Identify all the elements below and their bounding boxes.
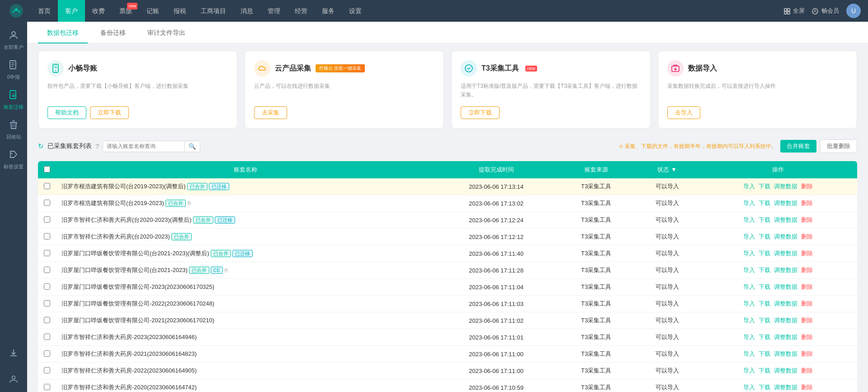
row-checkbox[interactable] [44,267,50,273]
user-avatar[interactable]: U [846,4,861,18]
nav-home[interactable]: 首页 [31,0,58,22]
action-删除[interactable]: 删除 [801,200,813,206]
nav-service[interactable]: 服务 [315,0,342,22]
nav-tax[interactable]: 报税 [166,0,193,22]
go-collect-btn[interactable]: 去采集 [254,106,287,119]
action-导入[interactable]: 导入 [743,334,755,340]
action-删除[interactable]: 删除 [801,350,813,357]
fullscreen-btn[interactable]: 全屏 [784,7,805,15]
sidebar-item-account-migration[interactable]: 账套迁移 [0,85,27,115]
action-导入[interactable]: 导入 [743,267,755,273]
tab-backup-migration[interactable]: 备份迁移 [91,22,135,43]
row-checkbox[interactable] [44,183,50,189]
refresh-icon[interactable]: ↻ [38,142,44,150]
action-调整数据[interactable]: 调整数据 [774,200,797,206]
row-checkbox[interactable] [44,233,50,239]
copy-icon[interactable]: ⎘ [188,200,191,206]
help-icon[interactable]: ? [95,143,99,150]
action-调整数据[interactable]: 调整数据 [774,367,797,374]
member-btn[interactable]: 畅会员 [812,7,839,15]
action-下载[interactable]: 下载 [759,300,770,307]
action-下载[interactable]: 下载 [759,267,770,273]
action-删除[interactable]: 删除 [801,216,813,223]
go-import-btn[interactable]: 去导入 [667,106,700,119]
batch-delete-btn[interactable]: 批量删除 [820,139,857,153]
row-checkbox[interactable] [44,350,50,357]
sidebar-item-all-customers[interactable]: 全部客户 [0,25,27,55]
action-调整数据[interactable]: 调整数据 [774,250,797,257]
row-checkbox[interactable] [44,317,50,323]
action-导入[interactable]: 导入 [743,317,755,324]
action-删除[interactable]: 删除 [801,334,813,340]
row-checkbox[interactable] [44,250,50,256]
action-导入[interactable]: 导入 [743,233,755,240]
action-下载[interactable]: 下载 [759,216,770,223]
search-input[interactable] [103,141,184,151]
row-checkbox[interactable] [44,283,50,290]
nav-ticket[interactable]: 票据 new [112,0,139,22]
action-调整数据[interactable]: 调整数据 [774,233,797,240]
sidebar-item-profile[interactable] [0,366,27,392]
action-调整数据[interactable]: 调整数据 [774,183,797,190]
action-下载[interactable]: 下载 [759,283,770,290]
action-导入[interactable]: 导入 [743,250,755,257]
nav-business[interactable]: 工商项目 [193,0,233,22]
nav-customer[interactable]: 客户 [58,0,85,22]
row-checkbox[interactable] [44,300,50,306]
action-调整数据[interactable]: 调整数据 [774,300,797,307]
action-删除[interactable]: 删除 [801,183,813,190]
action-调整数据[interactable]: 调整数据 [774,384,797,391]
sidebar-item-recycle[interactable]: 回收站 [0,115,27,145]
action-导入[interactable]: 导入 [743,384,755,391]
sidebar-item-zero-report[interactable]: 0申报 [0,55,27,85]
action-调整数据[interactable]: 调整数据 [774,216,797,223]
action-下载[interactable]: 下载 [759,250,770,257]
action-下载[interactable]: 下载 [759,384,770,391]
action-删除[interactable]: 删除 [801,367,813,374]
action-导入[interactable]: 导入 [743,283,755,290]
nav-bookkeeping[interactable]: 记账 [139,0,166,22]
sidebar-item-download[interactable] [0,339,27,366]
row-checkbox[interactable] [44,384,50,390]
action-调整数据[interactable]: 调整数据 [774,283,797,290]
search-button[interactable]: 🔍 [184,141,200,152]
action-调整数据[interactable]: 调整数据 [774,267,797,273]
action-删除[interactable]: 删除 [801,250,813,257]
col-status[interactable]: 状态 ▼ [635,161,699,178]
nav-fee[interactable]: 收费 [85,0,112,22]
help-doc-btn[interactable]: 帮助文档 [47,106,86,119]
action-导入[interactable]: 导入 [743,367,755,374]
action-下载[interactable]: 下载 [759,367,770,374]
tab-audit-export[interactable]: 审计文件导出 [138,22,194,43]
row-checkbox[interactable] [44,216,50,223]
copy-icon[interactable]: ⎘ [225,267,228,273]
action-下载[interactable]: 下载 [759,200,770,206]
select-all-checkbox[interactable] [44,166,50,172]
action-导入[interactable]: 导入 [743,183,755,190]
action-删除[interactable]: 删除 [801,384,813,391]
sidebar-item-tag-settings[interactable]: 标签设置 [0,145,27,175]
action-导入[interactable]: 导入 [743,200,755,206]
nav-operation[interactable]: 经营 [288,0,315,22]
download-now-btn-1[interactable]: 立即下载 [90,106,129,119]
action-下载[interactable]: 下载 [759,233,770,240]
tab-data-migration[interactable]: 数据包迁移 [38,22,88,43]
row-checkbox[interactable] [44,367,50,373]
download-now-btn-3[interactable]: 立即下载 [461,106,500,119]
row-checkbox[interactable] [44,200,50,206]
action-下载[interactable]: 下载 [759,317,770,324]
merge-btn[interactable]: 合并账套 [780,140,816,153]
action-删除[interactable]: 删除 [801,233,813,240]
nav-settings[interactable]: 设置 [342,0,369,22]
action-导入[interactable]: 导入 [743,300,755,307]
row-checkbox[interactable] [44,334,50,340]
action-删除[interactable]: 删除 [801,317,813,324]
action-删除[interactable]: 删除 [801,283,813,290]
action-调整数据[interactable]: 调整数据 [774,334,797,340]
nav-manage[interactable]: 管理 [260,0,288,22]
action-导入[interactable]: 导入 [743,216,755,223]
action-下载[interactable]: 下载 [759,350,770,357]
action-导入[interactable]: 导入 [743,350,755,357]
action-下载[interactable]: 下载 [759,334,770,340]
action-删除[interactable]: 删除 [801,267,813,273]
